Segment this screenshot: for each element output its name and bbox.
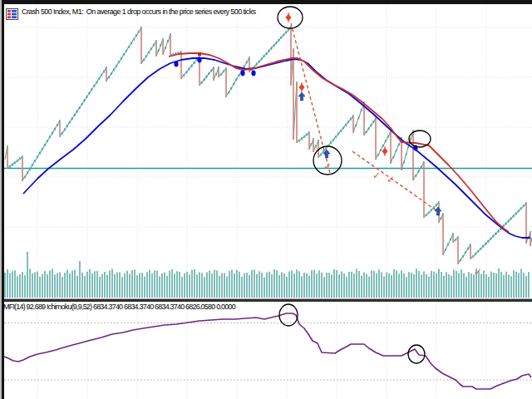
red-ma-line bbox=[169, 53, 509, 232]
chart-comment-label: Crash 500 Index, M1: On average 1 drop o… bbox=[22, 7, 255, 16]
mt-chart-window: ✓✓✓✓ Crash 500 Index, M1: On average 1 d… bbox=[0, 0, 532, 399]
dashed-trendlines bbox=[291, 23, 440, 213]
window-left-border bbox=[2, 3, 4, 399]
svg-text:✓: ✓ bbox=[387, 174, 395, 185]
table-chart-icon bbox=[6, 8, 18, 20]
svg-text:✓: ✓ bbox=[372, 170, 381, 181]
svg-text:✓: ✓ bbox=[474, 266, 482, 278]
svg-text:✓: ✓ bbox=[323, 160, 332, 172]
blue-ma-line bbox=[23, 58, 530, 238]
volume-histogram bbox=[5, 252, 529, 298]
main-chart-canvas[interactable]: ✓✓✓✓ bbox=[0, 0, 532, 399]
price-series bbox=[5, 26, 532, 264]
panel-splitter[interactable] bbox=[0, 298, 532, 302]
window-top-border bbox=[0, 0, 532, 4]
mfi-line bbox=[4, 313, 531, 389]
indicator-values-label: MFI(14) 92.689 Ichimoku(9,9,52) 6834.374… bbox=[3, 303, 235, 311]
